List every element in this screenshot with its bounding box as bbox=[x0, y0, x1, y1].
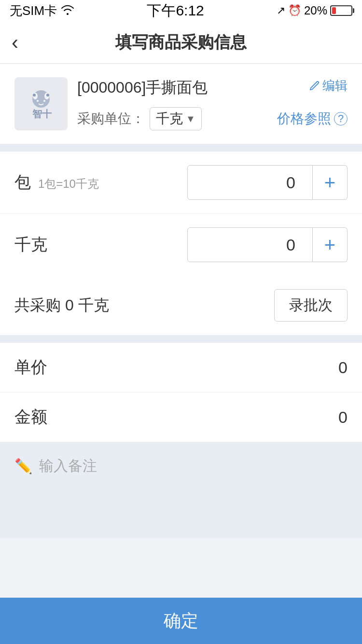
svg-point-5 bbox=[37, 100, 39, 102]
status-right: ↗ ⏰ 20% bbox=[277, 4, 352, 17]
bag-label: 包 bbox=[14, 173, 31, 191]
bag-input-row: 包 1包=10千克 + bbox=[0, 152, 362, 214]
amount-label: 金额 bbox=[14, 406, 47, 428]
amount-value: 0 bbox=[338, 408, 348, 427]
purchase-unit-label: 采购单位： bbox=[77, 110, 145, 128]
kg-label: 千克 bbox=[14, 234, 47, 256]
batch-button[interactable]: 录批次 bbox=[274, 289, 348, 322]
unit-price-value: 0 bbox=[338, 358, 348, 377]
kg-input-row: 千克 + bbox=[0, 214, 362, 276]
product-name: [0000006]手撕面包 bbox=[77, 77, 208, 98]
divider-1 bbox=[0, 144, 362, 152]
wifi-icon bbox=[61, 3, 74, 18]
status-bar: 无SIM卡 下午6:12 ↗ ⏰ 20% bbox=[0, 0, 362, 21]
kg-input-right: + bbox=[187, 227, 348, 262]
divider-2 bbox=[0, 335, 362, 343]
bag-sub-label: 1包=10千克 bbox=[38, 177, 99, 190]
bag-input-right: + bbox=[187, 165, 348, 200]
edit-button[interactable]: 编辑 bbox=[309, 77, 348, 94]
unit-price-row: 单价 0 bbox=[0, 343, 362, 392]
confirm-button[interactable]: 确定 bbox=[0, 598, 362, 644]
location-icon: ↗ bbox=[277, 4, 285, 17]
unit-select[interactable]: 千克 ▼ bbox=[150, 107, 202, 130]
unit-dropdown-icon: ▼ bbox=[186, 113, 195, 125]
remark-placeholder: 输入备注 bbox=[39, 456, 97, 476]
bag-input[interactable] bbox=[187, 165, 313, 200]
remark-section[interactable]: ✏️ 输入备注 bbox=[0, 442, 362, 538]
price-ref-label: 价格参照 bbox=[277, 110, 331, 128]
back-button[interactable]: ‹ bbox=[12, 31, 18, 54]
nav-bar: ‹ 填写商品采购信息 bbox=[0, 21, 362, 64]
svg-point-3 bbox=[33, 94, 36, 97]
info-section: 单价 0 金额 0 bbox=[0, 343, 362, 442]
svg-point-4 bbox=[46, 94, 49, 97]
input-section: 包 1包=10千克 + 千克 + bbox=[0, 152, 362, 276]
bag-label-group: 包 1包=10千克 bbox=[14, 171, 99, 194]
product-image: 智十 bbox=[14, 77, 68, 130]
kg-input[interactable] bbox=[187, 227, 313, 262]
product-card: 智十 [0000006]手撕面包 编辑 采购单位： 千克 ▼ 价格参照 bbox=[0, 64, 362, 144]
summary-text: 共采购 0 千克 bbox=[14, 295, 109, 316]
status-left: 无SIM卡 bbox=[10, 2, 74, 19]
status-time: 下午6:12 bbox=[147, 1, 204, 21]
battery-icon bbox=[330, 5, 352, 16]
product-info: [0000006]手撕面包 编辑 采购单位： 千克 ▼ 价格参照 ? bbox=[77, 77, 348, 130]
alarm-icon: ⏰ bbox=[288, 4, 301, 17]
edit-label: 编辑 bbox=[322, 77, 348, 94]
back-arrow-icon: ‹ bbox=[12, 31, 18, 54]
svg-text:智十: 智十 bbox=[32, 109, 52, 119]
page-title: 填写商品采购信息 bbox=[115, 31, 247, 54]
bottom-spacer bbox=[0, 538, 362, 585]
battery-percent: 20% bbox=[304, 4, 327, 17]
pencil-icon: ✏️ bbox=[14, 458, 32, 475]
svg-point-6 bbox=[43, 100, 45, 102]
price-ref-button[interactable]: 价格参照 ? bbox=[277, 110, 348, 128]
unit-price-label: 单价 bbox=[14, 356, 47, 378]
price-ref-help-icon: ? bbox=[334, 112, 348, 126]
summary-row: 共采购 0 千克 录批次 bbox=[0, 276, 362, 335]
carrier-label: 无SIM卡 bbox=[10, 2, 57, 19]
amount-row: 金额 0 bbox=[0, 392, 362, 442]
bag-plus-button[interactable]: + bbox=[313, 165, 348, 200]
kg-plus-button[interactable]: + bbox=[313, 227, 348, 262]
unit-value: 千克 bbox=[156, 110, 183, 128]
